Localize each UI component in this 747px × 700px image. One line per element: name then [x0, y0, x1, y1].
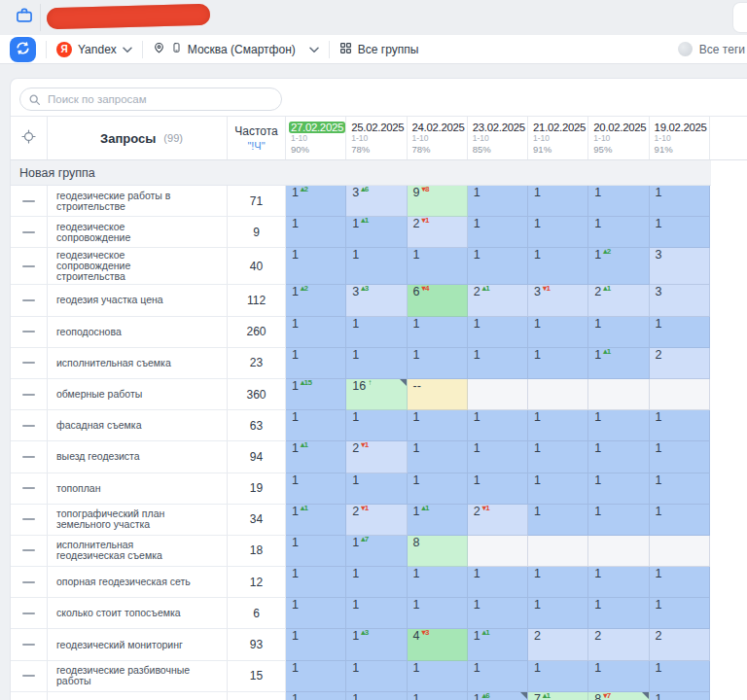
position-cell[interactable]: 1	[588, 505, 649, 536]
position-cell[interactable]: 1	[408, 661, 468, 692]
target-column-header[interactable]	[11, 117, 48, 159]
search-engine-selector[interactable]: Я Yandex	[56, 42, 132, 57]
position-cell[interactable]: 1▴1	[468, 629, 528, 660]
frequency-column-header[interactable]: Частота "!Ч"	[228, 117, 286, 159]
tags-filter[interactable]: Все теги	[678, 42, 745, 56]
topbar-corner-button[interactable]	[733, 3, 747, 32]
date-column-header[interactable]: 21.02.20251-1091%	[528, 117, 588, 159]
row-drag-handle[interactable]	[11, 567, 48, 598]
keyword-cell[interactable]: геодезические услуги	[48, 692, 228, 700]
position-cell[interactable]: 1	[468, 186, 528, 217]
position-cell[interactable]: 1	[286, 410, 346, 441]
position-cell[interactable]: 1	[528, 410, 588, 441]
position-cell[interactable]: 1	[650, 661, 710, 692]
row-drag-handle[interactable]	[11, 186, 48, 217]
position-cell[interactable]: 1	[346, 661, 407, 692]
keyword-cell[interactable]: геодезический мониторинг	[48, 629, 228, 660]
row-drag-handle[interactable]	[11, 217, 48, 248]
position-cell[interactable]: 1	[588, 661, 649, 692]
position-cell[interactable]	[468, 536, 528, 567]
date-column-header[interactable]: 25.02.20251-1078%	[346, 117, 407, 159]
position-cell[interactable]: 7▴1	[528, 692, 588, 700]
position-cell[interactable]: 1	[528, 317, 588, 348]
position-cell[interactable]: 8	[408, 536, 468, 567]
position-cell[interactable]: 1	[528, 567, 588, 598]
position-cell[interactable]: 1	[528, 661, 588, 692]
row-drag-handle[interactable]	[11, 505, 48, 536]
keyword-cell[interactable]: топографический план земельного участка	[48, 505, 228, 536]
keyword-cell[interactable]: геодезические работы в строительстве	[48, 186, 228, 217]
position-cell[interactable]: 1	[528, 505, 588, 536]
position-cell[interactable]: 1	[588, 217, 649, 248]
position-cell[interactable]: 1	[286, 661, 346, 692]
row-drag-handle[interactable]	[11, 441, 48, 472]
row-drag-handle[interactable]	[11, 629, 48, 660]
position-cell[interactable]: 1▴6	[468, 692, 528, 700]
date-column-header[interactable]: 20.02.20251-1095%	[588, 117, 649, 159]
position-cell[interactable]: 1	[528, 473, 588, 505]
position-cell[interactable]	[528, 379, 588, 410]
tags-toggle[interactable]	[678, 42, 693, 56]
position-cell[interactable]: 1	[650, 598, 710, 629]
position-cell[interactable]: 3▴3	[346, 285, 407, 316]
position-cell[interactable]: 1▴1	[286, 505, 346, 536]
position-cell[interactable]: 1	[650, 505, 710, 536]
keyword-cell[interactable]: геодезическое сопровождение	[48, 217, 228, 248]
position-cell[interactable]: 1	[346, 567, 407, 598]
keywords-column-header[interactable]: Запросы (99)	[48, 117, 228, 159]
position-cell[interactable]: 2	[650, 348, 710, 379]
position-cell[interactable]: 1	[408, 317, 468, 348]
position-cell[interactable]: 1	[346, 248, 407, 285]
keyword-cell[interactable]: топоплан	[48, 473, 228, 505]
position-cell[interactable]: 1	[286, 598, 346, 629]
groups-filter[interactable]: Все группы	[339, 42, 419, 57]
row-drag-handle[interactable]	[11, 598, 48, 629]
group-header[interactable]: Новая группа	[11, 160, 711, 186]
position-cell[interactable]: 2▾1	[346, 441, 407, 472]
position-cell[interactable]: 1	[286, 536, 346, 567]
position-cell[interactable]: 1	[468, 317, 528, 348]
position-cell[interactable]: 1	[346, 348, 407, 379]
position-cell[interactable]: 2▴1	[468, 285, 528, 316]
project-icon-button[interactable]	[8, 4, 41, 31]
date-column-header[interactable]: 27.02.20251-1090%	[286, 117, 346, 159]
position-cell[interactable]: 1	[346, 692, 407, 700]
position-cell[interactable]: 1	[286, 317, 346, 348]
position-cell[interactable]: 1	[468, 348, 528, 379]
position-cell[interactable]: 1	[468, 567, 528, 598]
position-cell[interactable]: 1	[408, 567, 468, 598]
position-cell[interactable]: 1▴1	[286, 441, 346, 472]
position-cell[interactable]: 2	[588, 629, 649, 660]
position-cell[interactable]: 1▴7	[346, 536, 407, 567]
position-cell[interactable]: 1	[588, 410, 649, 441]
position-cell[interactable]: 2▾1	[408, 217, 468, 248]
position-cell[interactable]: --	[408, 379, 468, 410]
position-cell[interactable]: 1	[588, 567, 649, 598]
position-cell[interactable]: 1	[346, 317, 407, 348]
refresh-button[interactable]	[10, 37, 36, 62]
keyword-cell[interactable]: опорная геодезическая сеть	[48, 567, 228, 598]
project-selector[interactable]: htt	[41, 4, 139, 31]
position-cell[interactable]: 1▴1	[346, 217, 407, 248]
keyword-cell[interactable]: сколько стоит топосъемка	[48, 598, 228, 629]
date-column-header[interactable]: 19.02.20251-1091%	[650, 117, 710, 159]
position-cell[interactable]: 1	[528, 348, 588, 379]
position-cell[interactable]: 1	[468, 441, 528, 472]
position-cell[interactable]: 1	[408, 598, 468, 629]
keyword-cell[interactable]: геоподоснова	[48, 317, 228, 348]
date-column-header[interactable]: 24.02.20251-1078%	[408, 117, 468, 159]
position-cell[interactable]: 1	[650, 473, 710, 505]
position-cell[interactable]	[650, 536, 710, 567]
row-drag-handle[interactable]	[11, 536, 48, 567]
position-cell[interactable]: 16↑	[346, 379, 407, 410]
position-cell[interactable]: 1	[588, 317, 649, 348]
position-cell[interactable]: 1	[650, 567, 710, 598]
position-cell[interactable]: 3	[650, 285, 710, 316]
position-cell[interactable]: 1	[588, 186, 649, 217]
keyword-cell[interactable]: геодезическое сопровождение строительств…	[48, 248, 228, 285]
position-cell[interactable]: 1	[650, 317, 710, 348]
position-cell[interactable]: 1	[468, 661, 528, 692]
position-cell[interactable]: 1	[468, 217, 528, 248]
row-drag-handle[interactable]	[11, 692, 48, 700]
position-cell[interactable]	[588, 536, 649, 567]
